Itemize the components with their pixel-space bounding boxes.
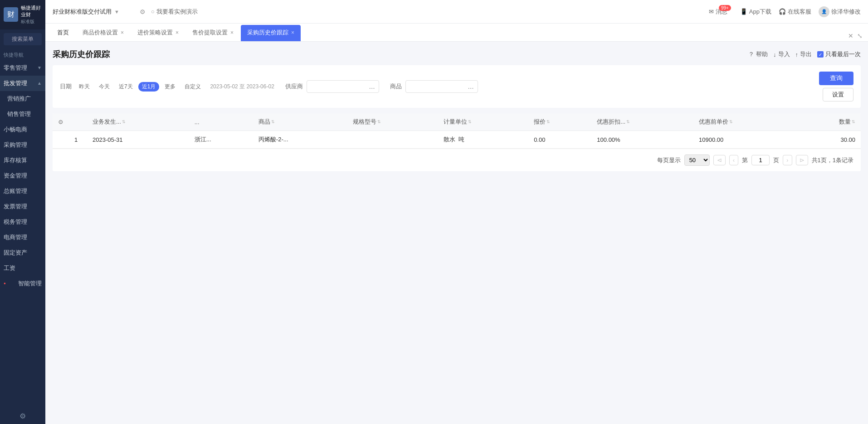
tab-purchase-history[interactable]: 采购历史价跟踪 × [241,25,301,41]
next-page-button[interactable]: › [783,155,792,165]
sidebar-item-salary[interactable]: 工资 [0,260,45,276]
sidebar-item-ledger[interactable]: 总账管理 [0,183,45,199]
column-header-price[interactable]: 报价 ⇅ [528,113,591,131]
sort-icon-spec: ⇅ [377,120,381,124]
cell-unit: 散水 吨 [438,131,529,149]
only-last-label: 只看最后一次 [825,50,861,58]
column-header-biz-date[interactable]: 业务发生... ⇅ [87,113,189,131]
help-icon: ？ [748,50,754,58]
sidebar-item-inventory[interactable]: 库存核算 [0,153,45,168]
sidebar-item-wholesale[interactable]: 批发管理 ▲ [0,76,45,91]
tab-strategy-label: 进价策略设置 [137,29,173,37]
tab-sell-price-close-icon[interactable]: × [230,29,234,36]
tab-strategy-close-icon[interactable]: × [176,29,179,36]
date-range-display: 2023-05-02 至 2023-06-02 [210,83,274,91]
demo-button[interactable]: ○ 我要看实例演示 [151,8,198,16]
tab-price-close-icon[interactable]: × [121,29,124,36]
product-selector[interactable]: 好业财标准版交付试用 ▼ [53,8,134,16]
user-name: 徐泽华修改 [831,8,861,16]
logo-text: 畅捷通好业财 标准版 [21,5,42,25]
sidebar-item-tax[interactable]: 税务管理 [0,214,45,230]
tab-purchase-history-close-icon[interactable]: × [291,29,294,36]
expand-icon[interactable]: ⤡ [857,32,863,39]
cell-supplier: 浙江... [189,131,253,149]
column-header-more[interactable]: ... [189,113,253,131]
topbar-right: ✉ 消息 99+ 📱 App下载 🎧 在线客服 👤 徐泽华修改 [709,6,861,17]
sidebar-bottom: ⚙ [0,408,45,424]
column-header-before-price[interactable]: 优惠前单价 ⇅ [693,113,798,131]
supplier-dots[interactable]: ... [369,82,375,91]
date-btn-today[interactable]: 今天 [95,82,113,92]
column-header-spec[interactable]: 规格型号 ⇅ [347,113,438,131]
export-button[interactable]: ↑ 导出 [795,50,812,58]
setting-button[interactable]: 设置 [823,88,853,101]
chevron-up-icon: ▲ [37,81,42,86]
page-number-input[interactable] [751,155,770,165]
page-size-select[interactable]: 50 20 100 [684,154,710,166]
product-settings-icon[interactable]: ⚙ [140,8,146,15]
cell-biz-date: 2023-05-31 [87,131,189,149]
sort-icon-quantity: ⇅ [852,120,855,124]
tab-home-label: 首页 [57,29,69,37]
tab-sell-price[interactable]: 售价提取设置 × [186,25,240,41]
message-button[interactable]: ✉ 消息 99+ [709,8,727,16]
last-page-button[interactable]: ⊳ [796,155,808,165]
sort-icon-discount: ⇅ [626,120,630,124]
only-last-checkbox[interactable]: ✓ 只看最后一次 [817,50,861,58]
page-actions: ？ 帮助 ↓ 导入 ↑ 导出 ✓ 只看最后一 [748,50,861,58]
page-size-label: 每页显示 [657,156,681,164]
query-button[interactable]: 查询 [819,72,853,85]
tabbar-controls: ✕ ⤡ [848,32,863,41]
date-btn-yesterday[interactable]: 昨天 [75,82,93,92]
total-info: 共1页，1条记录 [812,156,853,164]
column-header-seq [69,113,87,131]
sidebar-item-marketing[interactable]: 营销推广 [0,91,45,106]
date-btn-more[interactable]: 更多 [161,82,179,92]
help-button[interactable]: ？ 帮助 [748,50,768,58]
sidebar: 财 畅捷通好业财 标准版 搜索菜单 快捷导航 零售管理 ▼ 批发管理 ▲ 营销推… [0,0,45,424]
sidebar-item-smart[interactable]: 智能管理 [0,276,45,291]
cell-gear [53,131,69,149]
supplier-input[interactable]: ... [307,80,379,93]
tab-purchase-history-label: 采购历史价跟踪 [247,29,288,37]
tab-price[interactable]: 商品价格设置 × [76,25,130,41]
sidebar-item-sales[interactable]: 销售管理 [0,106,45,122]
settings-icon[interactable]: ⚙ [20,412,26,420]
app-download-button[interactable]: 📱 App下载 [740,8,771,16]
tab-sell-price-label: 售价提取设置 [192,29,228,37]
sidebar-item-ecommerce-small[interactable]: 小畅电商 [0,122,45,137]
column-header-gear[interactable]: ⚙ [53,113,69,131]
sidebar-item-assets[interactable]: 固定资产 [0,245,45,260]
sidebar-item-invoice[interactable]: 发票管理 [0,199,45,214]
user-menu-button[interactable]: 👤 徐泽华修改 [819,6,861,17]
sort-icon-before-price: ⇅ [729,120,733,124]
import-button[interactable]: ↓ 导入 [773,50,790,58]
first-page-button[interactable]: ⊲ [713,155,726,165]
sidebar-item-purchase[interactable]: 采购管理 [0,137,45,153]
product-input[interactable]: ... [405,80,478,93]
sidebar-item-finance[interactable]: 资金管理 [0,168,45,183]
gear-icon[interactable]: ⚙ [58,119,63,125]
column-header-quantity[interactable]: 数量 ⇅ [798,113,861,131]
tab-home[interactable]: 首页 [51,25,75,41]
date-btn-last7[interactable]: 近7天 [115,82,137,92]
search-menu-button[interactable]: 搜索菜单 [4,33,42,45]
sort-icon-price: ⇅ [546,120,550,124]
sidebar-search[interactable]: 搜索菜单 [0,29,45,49]
column-header-unit[interactable]: 计量单位 ⇅ [438,113,529,131]
column-header-discount[interactable]: 优惠折扣... ⇅ [591,113,693,131]
prev-page-button[interactable]: ‹ [729,155,738,165]
date-btn-custom[interactable]: 自定义 [181,82,205,92]
tab-strategy[interactable]: 进价策略设置 × [131,25,185,41]
close-tab-icon[interactable]: ✕ [848,32,853,39]
product-dots[interactable]: ... [468,82,473,91]
column-header-product[interactable]: 商品 ⇅ [253,113,347,131]
cell-quantity: 30.00 [798,131,861,149]
date-btn-last1month[interactable]: 近1月 [138,82,160,92]
page-label: 第 [742,156,748,164]
online-service-button[interactable]: 🎧 在线客服 [779,8,811,16]
sidebar-item-ecommerce[interactable]: 电商管理 [0,230,45,245]
sidebar-logo: 财 畅捷通好业财 标准版 [0,0,45,29]
checkbox-icon: ✓ [817,51,824,58]
sidebar-item-retail[interactable]: 零售管理 ▼ [0,60,45,76]
